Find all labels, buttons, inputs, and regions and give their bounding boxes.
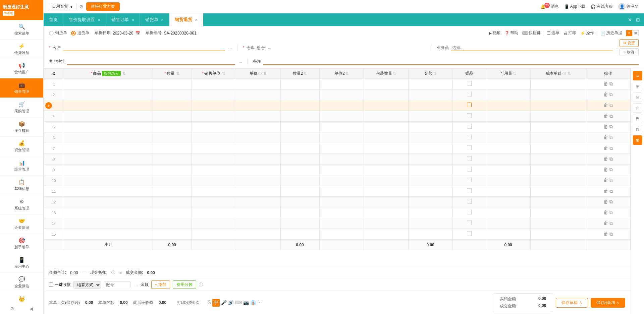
delete-icon[interactable]: 🗑 (603, 221, 608, 226)
pack-cell-3[interactable] (364, 100, 409, 111)
account-input[interactable] (104, 281, 130, 288)
copy-icon[interactable]: ⧉ (609, 210, 613, 215)
sidebar-collapse-btn[interactable]: ◀ (30, 306, 33, 311)
sidebar-item-finance[interactable]: 💰 资金管理 (0, 137, 43, 156)
address-dots[interactable]: ... (238, 59, 242, 64)
delete-icon[interactable]: 🗑 (603, 145, 608, 151)
radio-sale-goods[interactable]: 销货单 (49, 30, 67, 36)
sidebar-item-newbie[interactable]: 🎯 新手引导 (0, 234, 43, 253)
qty2-cell-1[interactable] (280, 79, 319, 89)
sidebar-item-inventory[interactable]: 📦 库存核算 (0, 117, 43, 137)
tab-sale-price[interactable]: 售价提取设置 ✕ (63, 13, 106, 26)
list-view-btn[interactable]: ≡ (626, 30, 632, 36)
experience-btn[interactable]: 体验行业方案 (86, 2, 120, 11)
goods-cell-1[interactable] (64, 79, 153, 89)
delete-icon[interactable]: 🗑 (603, 167, 608, 173)
right-panel-mail-btn[interactable]: ✉ (633, 92, 642, 102)
delete-icon[interactable]: 🗑 (603, 156, 608, 162)
qty2-cell-2[interactable] (280, 89, 319, 100)
delete-icon[interactable]: 🗑 (603, 199, 608, 205)
right-panel-flag-btn[interactable]: ⚑ (633, 114, 642, 123)
avail-cell-1[interactable] (486, 79, 531, 89)
copy-icon[interactable]: ⧉ (609, 124, 613, 130)
amount-cell-1[interactable] (408, 79, 453, 89)
gift-cell-1[interactable] (453, 79, 486, 89)
tab-sale-price-close[interactable]: ✕ (98, 18, 100, 22)
warehouse-dots[interactable]: ... (268, 45, 271, 50)
staff-input[interactable] (451, 45, 613, 51)
delete-icon[interactable]: 🗑 (603, 135, 608, 140)
qty-cell-3[interactable] (153, 100, 192, 111)
category-select[interactable]: 日用百货 ▼ (49, 3, 76, 10)
price-info-icon[interactable]: ⓘ (258, 72, 262, 75)
delete-icon[interactable]: 🗑 (603, 178, 608, 183)
avail-sort-icon[interactable]: ⇅ (513, 71, 516, 76)
delete-icon-1[interactable]: 🗑 (603, 81, 608, 87)
cost-cell-1[interactable] (530, 79, 586, 89)
copy-icon[interactable]: ⧉ (609, 135, 613, 140)
bottom-tool-8[interactable]: ⋯ (257, 300, 262, 305)
unit-cell-3[interactable] (192, 100, 236, 111)
qty2-sort-icon[interactable]: ⇅ (304, 71, 307, 76)
pack-sort-icon[interactable]: ⇅ (393, 71, 396, 76)
user-item[interactable]: 👤 徐泽华 (618, 3, 639, 10)
tab-home[interactable]: 首页 (44, 13, 63, 26)
delete-icon-3[interactable]: 🗑 (603, 103, 608, 108)
sidebar-item-purchase[interactable]: 🛒 采购管理 (0, 98, 43, 117)
avail-cell-2[interactable] (486, 89, 531, 100)
sidebar-settings-btn[interactable]: ⚙ (10, 306, 14, 311)
history-btn[interactable]: 📄 历史单据 (599, 29, 624, 37)
delete-icon-2[interactable]: 🗑 (603, 92, 608, 98)
price-cell-2[interactable] (236, 89, 281, 100)
sidebar-item-sales[interactable]: 💼 销售管理 (0, 78, 43, 98)
delete-icon[interactable]: 🗑 (603, 124, 608, 130)
save-draft-btn[interactable]: 保存草稿 ∧ (556, 298, 588, 308)
price-cell-3[interactable] (236, 100, 281, 111)
copy-icon[interactable]: ⧉ (609, 156, 613, 162)
cost-cell-2[interactable] (530, 89, 586, 100)
unit2-sort-icon[interactable]: ⇅ (345, 71, 349, 76)
tab-sale-return-close[interactable]: ✕ (195, 18, 198, 22)
scan-btn[interactable]: 扫码录入 (102, 71, 121, 76)
goods-cell-3[interactable] (64, 100, 153, 111)
gift-cell-2[interactable] (453, 89, 486, 100)
staff-dots[interactable]: ... (616, 45, 620, 50)
copy-icon[interactable]: ⧉ (609, 231, 613, 237)
unit2-cell-2[interactable] (319, 89, 364, 100)
pack-cell-1[interactable] (364, 79, 409, 89)
copy-icon[interactable]: ⧉ (609, 145, 613, 151)
shortcut-btn[interactable]: ⌨ 快捷键 (521, 29, 542, 37)
copy-icon-1[interactable]: ⧉ (609, 81, 613, 87)
amount-cell-2[interactable] (408, 89, 453, 100)
copy-icon[interactable]: ⧉ (609, 221, 613, 226)
unit-sort-icon[interactable]: ⇅ (222, 71, 225, 76)
help-btn[interactable]: ❓ 帮助 (503, 29, 520, 37)
copy-icon[interactable]: ⧉ (609, 199, 613, 205)
tab-close-all[interactable]: ✕ (627, 16, 633, 23)
tab-expand[interactable]: ⊞ (635, 16, 641, 23)
tab-sale-goods-close[interactable]: ✕ (161, 18, 164, 22)
customer-dots[interactable]: ... (228, 45, 232, 50)
copy-icon[interactable]: ⧉ (609, 188, 613, 194)
right-panel-star-btn[interactable]: ☆ (633, 103, 642, 113)
bottom-tool-3[interactable]: 🎤 (221, 300, 227, 305)
goods-input-3[interactable] (65, 103, 151, 108)
bottom-tool-7[interactable]: 👔 (250, 300, 256, 305)
amount-cell-3[interactable] (408, 100, 453, 111)
table-container[interactable]: ⚙ *商品 扫码录入 ⇅ *数量 ⇅ (44, 68, 631, 267)
delete-icon[interactable]: 🗑 (603, 188, 608, 194)
add-row-btn[interactable]: + (45, 102, 52, 109)
remark-input[interactable] (263, 58, 639, 65)
goods-cell-2[interactable] (64, 89, 153, 100)
unit-cell-2[interactable] (192, 89, 236, 100)
operate-btn[interactable]: ⚡ 操作 (579, 29, 595, 37)
sidebar-item-apps[interactable]: 📱 应用中心 (0, 253, 43, 273)
bottom-tool-1[interactable]: S (208, 300, 211, 306)
pack-cell-2[interactable] (364, 89, 409, 100)
sidebar-item-wechat[interactable]: 💬 企业微信 (0, 273, 43, 292)
tab-sale-goods[interactable]: 销货单 ✕ (140, 13, 169, 26)
copy-icon[interactable]: ⧉ (609, 167, 613, 173)
gift-cell-3[interactable] (453, 100, 486, 111)
tab-sale-order[interactable]: 销售订单 ✕ (106, 13, 140, 26)
price-cell-1[interactable] (236, 79, 281, 89)
